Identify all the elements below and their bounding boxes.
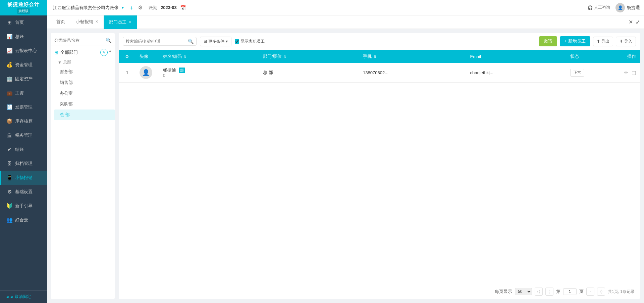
- employee-table: ⚙ 头像 姓名/编码 ⇅ 部门/职位 ⇅ 手机 ⇅ Email 状态 操作: [119, 50, 640, 83]
- edit-employee-icon[interactable]: ✏: [624, 70, 628, 75]
- sidebar-item-home[interactable]: ⊞ 首页: [0, 15, 47, 30]
- tab-xiaochang-label: 小畅报销: [76, 19, 93, 25]
- filter-button[interactable]: ⊟ 更多条件 ▾: [200, 37, 231, 46]
- delete-employee-icon[interactable]: ⬚: [632, 70, 636, 75]
- import-button[interactable]: ⬇ 导入: [616, 37, 636, 46]
- tab-dept-emp-close[interactable]: ✕: [128, 20, 131, 24]
- xiaochang-icon: 📱: [6, 175, 12, 181]
- filter-arrow-icon: ▾: [226, 39, 228, 44]
- sidebar-item-archive[interactable]: 🗄 归档管理: [0, 157, 47, 171]
- dept-edit-icon[interactable]: ✎: [100, 49, 108, 56]
- per-page-select[interactable]: 50 10 20 100: [515, 288, 532, 295]
- per-page-label: 每页显示: [495, 289, 512, 295]
- emp-search-input[interactable]: [126, 39, 186, 44]
- reports-icon: 📈: [6, 48, 12, 54]
- tab-home[interactable]: 首页: [51, 15, 70, 29]
- dept-item-sales[interactable]: 销售部: [54, 77, 115, 88]
- sidebar-label-xiaochang: 小畅报销: [15, 175, 33, 181]
- settings-icon[interactable]: ⚙: [138, 4, 143, 11]
- tab-xiaochang[interactable]: 小畅报销 ✕: [70, 15, 104, 29]
- period-value[interactable]: 2023-03: [161, 5, 177, 10]
- sidebar-label-fixed-assets: 固定资产: [15, 76, 33, 82]
- company-name[interactable]: 江西服宝精品有限责任公司内账张: [53, 5, 118, 11]
- checkout-icon: ✔: [6, 146, 12, 153]
- sidebar-item-fixed-assets[interactable]: 🏢 固定资产: [0, 72, 47, 86]
- tab-close-window-icon[interactable]: ✕: [629, 19, 633, 25]
- calendar-icon[interactable]: 📅: [180, 5, 186, 10]
- th-phone[interactable]: 手机 ⇅: [359, 50, 466, 63]
- prev-page-button[interactable]: ⟨: [545, 288, 553, 296]
- cancel-pin-button[interactable]: ◄◄ 取消固定: [0, 290, 47, 303]
- dept-item-finance[interactable]: 财务部: [54, 67, 115, 77]
- user-area[interactable]: 👤 畅捷通: [615, 3, 640, 12]
- sidebar-label-reports: 云报表中心: [15, 48, 37, 54]
- dept-item-general[interactable]: 总 部: [54, 110, 115, 120]
- fixed-assets-icon: 🏢: [6, 76, 12, 82]
- first-page-button[interactable]: ⟨⟨: [535, 288, 543, 296]
- sidebar-item-guide[interactable]: 🔰 新手引导: [0, 199, 47, 213]
- employee-code: 0: [163, 73, 255, 78]
- company-dropdown-icon[interactable]: ▾: [122, 5, 124, 10]
- add-company-button[interactable]: ＋: [128, 4, 135, 12]
- cell-name: 畅捷通 部 0: [159, 63, 259, 83]
- dept-collapse-icon[interactable]: «: [109, 49, 111, 56]
- add-employee-button[interactable]: + 新增员工: [560, 36, 590, 46]
- all-dept-label: 全部部门: [60, 49, 98, 55]
- tab-dept-emp-label: 部门员工: [109, 19, 126, 25]
- cell-email: chanjethkj...: [466, 63, 566, 83]
- coop-icon: 👥: [6, 217, 12, 223]
- employee-panel: 🔍 ⊟ 更多条件 ▾ 显示离职员工 邀请 + 新增员工: [119, 33, 640, 299]
- cell-dept: 总 部: [259, 63, 359, 83]
- sort-name-icon: ⇅: [183, 55, 186, 58]
- show-resigned-label[interactable]: 显示离职员工: [235, 39, 265, 44]
- tab-home-label: 首页: [56, 19, 65, 25]
- logo-sub: 旗舰版: [17, 8, 30, 14]
- sidebar-item-assets-mgmt[interactable]: 💰 资金管理: [0, 58, 47, 72]
- sidebar-item-wages[interactable]: 💼 工资: [0, 86, 47, 100]
- show-resigned-text: 显示离职员工: [240, 39, 265, 44]
- emp-search-icon[interactable]: 🔍: [188, 39, 194, 44]
- invite-button[interactable]: 邀请: [539, 36, 557, 46]
- sidebar-item-invoice[interactable]: 🧾 发票管理: [0, 100, 47, 114]
- sidebar-item-ledger[interactable]: 📊 总账: [0, 30, 47, 44]
- sidebar: ⊞ 首页 📊 总账 📈 云报表中心 💰 资金管理 🏢 固定资产 💼 工资 🧾 发…: [0, 15, 47, 303]
- import-label: 导入: [624, 39, 632, 44]
- header-right: 🎧 人工咨询 👤 畅捷通: [588, 3, 640, 12]
- sidebar-label-assets-mgmt: 资金管理: [15, 62, 33, 68]
- show-resigned-checkbox[interactable]: [235, 39, 239, 44]
- tab-dept-emp[interactable]: 部门员工 ✕: [104, 15, 137, 29]
- sidebar-item-checkout[interactable]: ✔ 结账: [0, 142, 47, 157]
- content-area: 首页 小畅报销 ✕ 部门员工 ✕ ✕ ⤢ 🔍: [47, 15, 644, 303]
- th-dept[interactable]: 部门/职位 ⇅: [259, 50, 359, 63]
- sidebar-item-tax[interactable]: 🏛 税务管理: [0, 128, 47, 142]
- pin-left-icon: ◄◄: [5, 295, 13, 299]
- th-name[interactable]: 姓名/编码 ⇅: [159, 50, 259, 63]
- next-page-button[interactable]: ⟩: [586, 288, 594, 296]
- th-settings[interactable]: ⚙: [119, 50, 136, 63]
- filter-label: 更多条件: [208, 39, 224, 44]
- sidebar-item-reports[interactable]: 📈 云报表中心: [0, 44, 47, 58]
- sidebar-item-coop[interactable]: 👥 好合云: [0, 213, 47, 227]
- status-badge: 正常: [570, 69, 584, 77]
- dept-search-icon[interactable]: 🔍: [106, 38, 111, 43]
- sidebar-label-inventory: 库存核算: [15, 118, 33, 124]
- sidebar-item-xiaochang[interactable]: 📱 小畅报销: [0, 171, 47, 185]
- export-button[interactable]: ⬆ 导出: [593, 37, 613, 46]
- page-input[interactable]: [563, 288, 577, 295]
- tab-expand-icon[interactable]: ⤢: [636, 19, 640, 25]
- tab-bar: 首页 小畅报销 ✕ 部门员工 ✕ ✕ ⤢: [47, 15, 644, 29]
- cell-avatar: 👤: [136, 63, 159, 83]
- sidebar-item-inventory[interactable]: 📦 库存核算: [0, 114, 47, 128]
- dept-tree: ▼ 总部 财务部 销售部 办公室 采购部 总 部: [51, 58, 115, 120]
- dept-item-purchase[interactable]: 采购部: [54, 99, 115, 110]
- all-dept-header[interactable]: ⊞ 全部部门 ✎ «: [51, 47, 115, 58]
- dept-item-office[interactable]: 办公室: [54, 88, 115, 99]
- sidebar-item-basic-settings[interactable]: ⚙ 基础设置: [0, 185, 47, 199]
- cell-status: 正常: [566, 63, 606, 83]
- dept-parent-label: ▼ 总部: [54, 58, 115, 67]
- headset-icon: 🎧: [588, 5, 593, 10]
- last-page-button[interactable]: ⟩⟩: [597, 288, 605, 296]
- tab-xiaochang-close[interactable]: ✕: [95, 19, 98, 24]
- dept-search-input[interactable]: [54, 38, 106, 43]
- service-button[interactable]: 🎧 人工咨询: [588, 5, 610, 10]
